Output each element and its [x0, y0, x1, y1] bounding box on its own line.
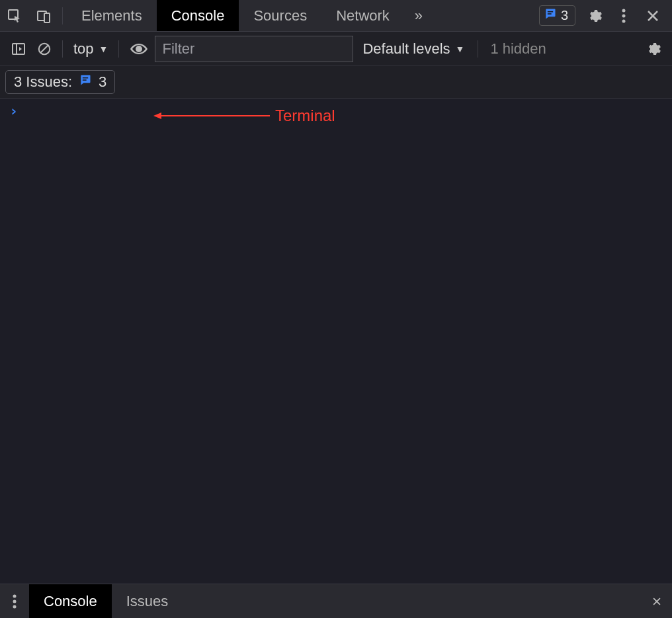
svg-rect-3: [548, 11, 553, 13]
annotation-label: Terminal: [275, 107, 335, 125]
issues-pill-count: 3: [99, 73, 106, 91]
console-prompt-icon: ›: [9, 103, 18, 119]
inspect-element-icon[interactable]: [0, 0, 29, 32]
chevron-down-icon: ▼: [456, 44, 465, 54]
filter-input[interactable]: Filter: [155, 36, 353, 62]
issues-badge[interactable]: 3: [539, 5, 575, 26]
context-selector[interactable]: top ▼: [69, 40, 112, 58]
drawer-tabbar: Console Issues: [0, 584, 672, 618]
kebab-menu-icon[interactable]: [614, 6, 634, 26]
svg-line-14: [41, 45, 48, 52]
tab-network[interactable]: Network: [321, 0, 404, 31]
toggle-console-sidebar-icon[interactable]: [7, 38, 30, 60]
separator: [62, 7, 63, 24]
svg-rect-10: [13, 44, 24, 54]
svg-point-15: [136, 46, 142, 52]
tab-sources[interactable]: Sources: [239, 0, 321, 31]
issues-pill-label: 3 Issues:: [14, 73, 72, 91]
tab-console[interactable]: Console: [157, 0, 239, 31]
more-tabs-icon[interactable]: »: [404, 0, 433, 32]
tabbar-left: Elements Console Sources Network »: [0, 0, 433, 31]
drawer-kebab-icon[interactable]: [0, 592, 29, 611]
svg-point-21: [13, 599, 17, 603]
tab-elements[interactable]: Elements: [67, 0, 157, 31]
svg-point-20: [13, 594, 17, 597]
context-selector-label: top: [73, 40, 94, 58]
settings-gear-icon[interactable]: [585, 6, 605, 26]
drawer-tab-issues[interactable]: Issues: [112, 584, 183, 618]
svg-point-22: [13, 605, 17, 608]
svg-marker-19: [153, 112, 161, 119]
console-settings-gear-icon[interactable]: [642, 38, 665, 60]
svg-point-7: [622, 19, 626, 22]
devtools-tabbar: Elements Console Sources Network » 3: [0, 0, 672, 32]
annotation-terminal: Terminal: [152, 107, 335, 125]
console-body[interactable]: › Terminal: [0, 99, 672, 584]
close-devtools-icon[interactable]: [643, 6, 663, 26]
live-expression-icon[interactable]: [126, 38, 152, 60]
close-drawer-icon[interactable]: [652, 592, 672, 611]
svg-rect-16: [83, 77, 88, 79]
hidden-messages-count[interactable]: 1 hidden: [485, 40, 551, 58]
separator: [478, 40, 478, 58]
svg-point-5: [622, 9, 626, 12]
svg-rect-2: [44, 13, 50, 22]
separator: [118, 40, 119, 58]
log-levels-selector[interactable]: Default levels ▼: [356, 40, 471, 58]
chat-icon: [79, 73, 92, 91]
clear-console-icon[interactable]: [33, 38, 56, 60]
drawer-tab-console[interactable]: Console: [29, 584, 112, 618]
svg-point-6: [622, 14, 626, 17]
svg-rect-17: [83, 79, 87, 81]
issues-pill[interactable]: 3 Issues: 3: [5, 70, 115, 94]
issues-row: 3 Issues: 3: [0, 66, 672, 99]
svg-marker-12: [19, 47, 22, 51]
chat-icon: [544, 7, 557, 24]
svg-rect-4: [548, 13, 552, 15]
chevron-down-icon: ▼: [99, 44, 108, 54]
device-toggle-icon[interactable]: [29, 0, 58, 32]
tabbar-right: 3: [539, 5, 672, 26]
issues-badge-count: 3: [561, 8, 568, 23]
console-toolbar: top ▼ Filter Default levels ▼ 1 hidden: [0, 32, 672, 66]
separator: [62, 40, 63, 58]
filter-placeholder: Filter: [162, 40, 194, 58]
log-levels-label: Default levels: [362, 40, 450, 58]
